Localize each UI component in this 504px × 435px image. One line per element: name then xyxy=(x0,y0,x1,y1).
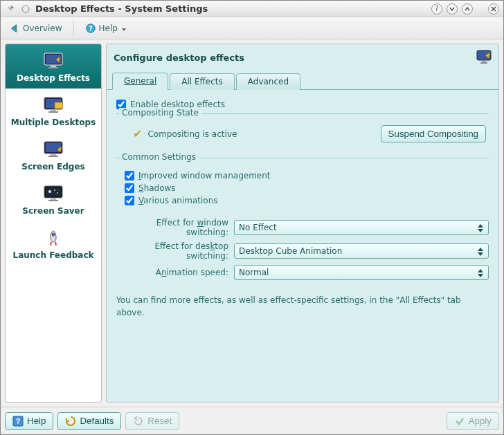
svg-point-0 xyxy=(22,6,29,12)
spinner-icon xyxy=(476,267,485,279)
svg-rect-10 xyxy=(48,111,58,113)
tab-advanced[interactable]: Advanced xyxy=(236,73,300,90)
settings-window: Desktop Effects - System Settings ? Over… xyxy=(0,0,504,435)
svg-rect-17 xyxy=(46,187,61,196)
svg-rect-25 xyxy=(482,61,486,62)
tab-general[interactable]: General xyxy=(112,73,168,90)
animation-speed-select[interactable]: Normal xyxy=(234,265,489,280)
svg-point-19 xyxy=(54,189,55,191)
footer: ? Help Defaults Reset Apply xyxy=(1,407,503,434)
sidebar-item-launch-feedback[interactable]: Launch Feedback xyxy=(6,221,101,266)
overview-label: Overview xyxy=(23,24,62,33)
help-menu-button[interactable]: ? Help xyxy=(81,21,130,36)
svg-text:?: ? xyxy=(16,418,20,425)
toolbar: Overview ? Help xyxy=(1,17,503,39)
svg-point-18 xyxy=(48,190,51,193)
close-button[interactable] xyxy=(488,3,499,15)
sidebar-item-multiple-desktops[interactable]: Multiple Desktops xyxy=(6,89,101,133)
sidebar-item-label: Desktop Effects xyxy=(17,73,90,83)
svg-rect-11 xyxy=(55,102,63,109)
screen-edges-icon xyxy=(42,140,64,159)
defaults-button[interactable]: Defaults xyxy=(57,412,121,430)
apply-icon xyxy=(454,416,465,427)
spinner-icon xyxy=(476,246,485,258)
improved-window-mgmt-checkbox[interactable]: Improved window management xyxy=(125,171,489,181)
app-icon xyxy=(5,3,16,15)
various-animations-checkbox[interactable]: Various animations xyxy=(125,196,489,205)
sidebar-item-label: Launch Feedback xyxy=(12,250,93,260)
maximize-button[interactable] xyxy=(462,3,473,15)
effect-window-switch-label: Effect for window switching: xyxy=(116,218,234,237)
svg-rect-26 xyxy=(480,62,487,64)
effect-desktop-switch-label: Effect for desktop switching: xyxy=(116,241,234,261)
main-panel: Configure desktop effects General All Ef… xyxy=(106,44,499,402)
window-emblem-icon xyxy=(20,3,31,15)
svg-text:?: ? xyxy=(89,24,93,32)
minimize-button[interactable] xyxy=(447,3,458,15)
panel-title: Configure desktop effects xyxy=(114,53,244,63)
reset-button: Reset xyxy=(125,412,179,430)
panel-icon xyxy=(476,50,492,65)
hint-text: You can find more effects, as well as ef… xyxy=(116,294,489,319)
multiple-desktops-icon xyxy=(42,95,64,115)
sidebar: Desktop Effects Multiple Desktops Screen… xyxy=(5,44,102,402)
spinner-icon xyxy=(476,222,485,234)
tabs: General All Effects Advanced xyxy=(107,68,498,90)
check-icon: ✔ xyxy=(133,127,142,140)
common-settings-group: Common Settings Improved window manageme… xyxy=(116,158,489,319)
common-settings-title: Common Settings xyxy=(119,152,199,162)
toolbar-separator xyxy=(73,21,74,36)
svg-rect-15 xyxy=(48,156,58,157)
svg-rect-21 xyxy=(51,198,56,200)
svg-point-23 xyxy=(52,233,55,236)
svg-rect-22 xyxy=(48,200,58,201)
compositing-state-group: Compositing State ✔ Compositing is activ… xyxy=(116,113,489,147)
sidebar-item-screen-saver[interactable]: Screen Saver xyxy=(6,177,101,221)
suspend-compositing-button[interactable]: Suspend Compositing xyxy=(381,125,486,142)
svg-rect-5 xyxy=(51,66,56,67)
help-menu-label: Help xyxy=(99,24,118,33)
shadows-checkbox[interactable]: Shadows xyxy=(125,183,489,193)
help-titlebar-button[interactable]: ? xyxy=(431,3,442,15)
help-button[interactable]: ? Help xyxy=(5,412,53,430)
effect-window-switch-select[interactable]: No Effect xyxy=(234,220,489,235)
compositing-status-text: Compositing is active xyxy=(147,129,237,139)
sidebar-item-label: Screen Saver xyxy=(22,206,84,216)
reset-icon xyxy=(133,416,144,427)
apply-button: Apply xyxy=(447,412,499,430)
window-title: Desktop Effects - System Settings xyxy=(35,3,208,14)
desktop-effects-icon xyxy=(42,51,64,71)
back-arrow-icon xyxy=(9,23,20,34)
sidebar-item-label: Multiple Desktops xyxy=(11,118,96,127)
svg-point-20 xyxy=(57,192,58,194)
launch-feedback-icon xyxy=(42,228,64,248)
defaults-icon xyxy=(65,416,76,427)
titlebar: Desktop Effects - System Settings ? xyxy=(1,1,503,17)
screen-saver-icon xyxy=(42,184,64,203)
animation-speed-label: Animation speed: xyxy=(116,268,234,277)
overview-button[interactable]: Overview xyxy=(5,21,66,36)
sidebar-item-desktop-effects[interactable]: Desktop Effects xyxy=(6,44,101,89)
svg-rect-6 xyxy=(48,67,58,68)
svg-rect-14 xyxy=(51,154,56,156)
effect-desktop-switch-select[interactable]: Desktop Cube Animation xyxy=(234,243,489,259)
sidebar-item-label: Screen Edges xyxy=(21,162,84,172)
sidebar-item-screen-edges[interactable]: Screen Edges xyxy=(6,133,101,177)
help-icon: ? xyxy=(12,416,24,427)
compositing-state-title: Compositing State xyxy=(119,108,201,118)
svg-rect-9 xyxy=(51,110,56,111)
tab-content-general: Enable desktop effects Compositing State… xyxy=(107,90,498,402)
help-icon: ? xyxy=(85,23,96,34)
chevron-down-icon xyxy=(122,28,126,31)
tab-all-effects[interactable]: All Effects xyxy=(170,73,234,90)
